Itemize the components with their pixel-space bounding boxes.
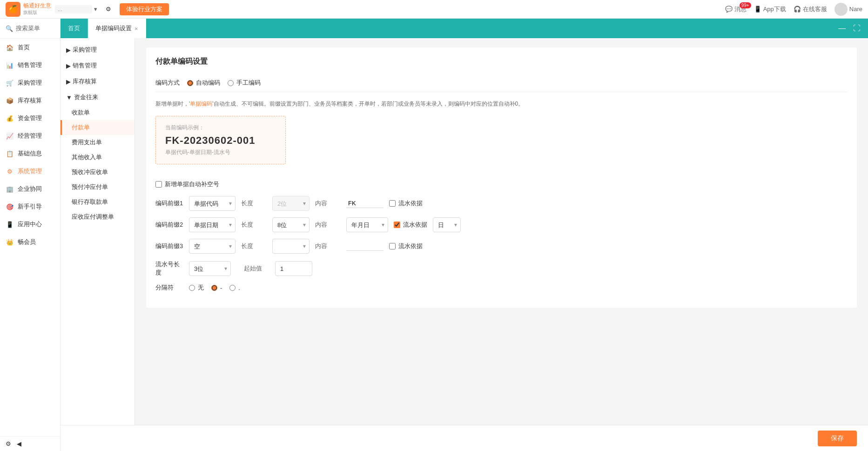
sidebar-item-guide[interactable]: 🎯 新手引导 xyxy=(0,198,60,215)
tab-bar: 首页 单据编码设置 × — ⛶ xyxy=(61,19,868,38)
left-sidebar: 🔍 搜索菜单 🏠 首页 📊 销售管理 🛒 采购管理 📦 库存核算 💰 xyxy=(0,19,61,451)
flow1-label: 流水依据 xyxy=(398,199,423,208)
prefix2-select[interactable]: 单据日期 xyxy=(189,217,236,232)
prefix2-select-wrapper: 单据日期 xyxy=(189,217,236,232)
top-right-actions: 💬 消息 99+ 📱 App下载 🎧 在线客服 Nare xyxy=(725,3,862,16)
tab-maximize-button[interactable]: ⛶ xyxy=(851,22,862,34)
separator-label: 分隔符 xyxy=(155,283,183,292)
trial-button[interactable]: 体验行业方案 xyxy=(120,3,169,15)
sep-dot-radio[interactable] xyxy=(229,285,236,291)
prefix3-select[interactable]: 空 xyxy=(189,239,236,254)
company-dropdown[interactable]: ... ▾ xyxy=(55,5,97,13)
prefix1-select[interactable]: 单据代码 xyxy=(189,196,236,211)
sidebar-item-label: 首页 xyxy=(18,43,30,52)
sidebar-nav: 🏠 首页 📊 销售管理 🛒 采购管理 📦 库存核算 💰 资金管理 📈 经 xyxy=(0,39,60,436)
sidebar-item-system[interactable]: ⚙ 系统管理 xyxy=(0,162,60,180)
guide-icon: 🎯 xyxy=(6,202,14,211)
flow2-unit-wrapper: 日 xyxy=(433,217,461,232)
sub-group-capital-header[interactable]: ▼ 资金往来 xyxy=(61,89,135,105)
sep-dash-option[interactable]: - xyxy=(211,284,222,291)
sub-item-expense[interactable]: 费用支出单 xyxy=(61,135,135,150)
sub-item-other-income[interactable]: 其他收入单 xyxy=(61,150,135,165)
main-content: 付款单编码设置 编码方式 自动编码 手工编码 xyxy=(135,38,868,425)
manual-encode-option[interactable]: 手工编码 xyxy=(228,79,261,87)
manual-encode-label: 手工编码 xyxy=(236,79,261,87)
sidebar-item-label: 企业协同 xyxy=(18,185,42,193)
sidebar-item-member[interactable]: 👑 畅会员 xyxy=(0,233,60,251)
sub-item-ar-ap-adjust[interactable]: 应收应付调整单 xyxy=(61,209,135,224)
flow2-unit-select[interactable]: 日 xyxy=(433,217,461,232)
sidebar-item-inventory[interactable]: 📦 库存核算 xyxy=(0,92,60,109)
logo-icon: 🍊 xyxy=(6,2,20,17)
sidebar-item-apps[interactable]: 📱 应用中心 xyxy=(0,215,60,233)
length1-select[interactable]: 2位 xyxy=(272,196,310,211)
sidebar-item-sales[interactable]: 📊 销售管理 xyxy=(0,56,60,74)
flow2-checkbox[interactable] xyxy=(394,222,400,228)
sidebar-item-home[interactable]: 🏠 首页 xyxy=(0,39,60,56)
service-icon: 🎧 xyxy=(794,6,801,13)
content2-select-wrapper: 年月日 xyxy=(346,217,388,232)
sidebar-item-label: 基础信息 xyxy=(18,149,42,158)
tab-home[interactable]: 首页 xyxy=(61,19,88,38)
search-menu-button[interactable]: 🔍 搜索菜单 xyxy=(4,22,56,34)
sub-group-sales-header[interactable]: ▶ 销售管理 xyxy=(61,58,135,74)
sep-dot-option[interactable]: . xyxy=(229,284,240,291)
sidebar-item-enterprise[interactable]: 🏢 企业协同 xyxy=(0,180,60,198)
sub-item-bank-deposit[interactable]: 银行存取款单 xyxy=(61,195,135,209)
sub-group-purchase-header[interactable]: ▶ 采购管理 xyxy=(61,42,135,58)
example-label: 当前编码示例： xyxy=(165,124,276,132)
flow1-checkbox[interactable] xyxy=(389,200,396,207)
auto-encode-option[interactable]: 自动编码 xyxy=(187,79,220,87)
sidebar-settings-icon[interactable]: ⚙ xyxy=(6,440,11,447)
settings-icon[interactable]: ⚙ xyxy=(101,2,116,17)
start-value-input[interactable] xyxy=(275,261,312,276)
sidebar-item-basic[interactable]: 📋 基础信息 xyxy=(0,145,60,162)
serial-length-select[interactable]: 3位 xyxy=(189,261,231,276)
purchase-icon: 🛒 xyxy=(6,79,14,87)
chevron-right-icon: ▶ xyxy=(66,78,71,85)
sep-none-radio[interactable] xyxy=(189,285,195,291)
tab-minimize-button[interactable]: — xyxy=(836,22,848,34)
flow1-check[interactable]: 流水依据 xyxy=(389,199,423,208)
sep-dash-radio[interactable] xyxy=(211,285,217,291)
sidebar-item-finance[interactable]: 💰 资金管理 xyxy=(0,109,60,127)
encoding-method-group: 编码方式 自动编码 手工编码 xyxy=(155,74,848,92)
sub-item-advance-offset[interactable]: 预付冲应付单 xyxy=(61,180,135,195)
sidebar-collapse-icon[interactable]: ◀ xyxy=(17,440,21,447)
message-icon: 💬 xyxy=(725,6,733,13)
sidebar-item-operations[interactable]: 📈 经营管理 xyxy=(0,127,60,145)
auto-fill-checkbox[interactable] xyxy=(155,181,162,188)
tab-encode-settings[interactable]: 单据编码设置 × xyxy=(88,19,146,38)
sidebar-item-label: 资金管理 xyxy=(18,114,42,122)
save-button[interactable]: 保存 xyxy=(818,431,857,446)
message-btn[interactable]: 💬 消息 99+ xyxy=(725,5,747,13)
user-menu[interactable]: Nare xyxy=(834,3,862,16)
sep-none-label: 无 xyxy=(198,283,204,292)
sub-item-prepay-offset[interactable]: 预收冲应收单 xyxy=(61,165,135,180)
content2-label: 内容 xyxy=(315,221,341,229)
flow3-checkbox[interactable] xyxy=(389,243,396,249)
flow2-check[interactable]: 流水依据 xyxy=(394,221,427,229)
length3-select[interactable] xyxy=(272,239,310,254)
sidebar-item-purchase[interactable]: 🛒 采购管理 xyxy=(0,74,60,92)
length2-select[interactable]: 8位 xyxy=(272,217,310,232)
flow3-check[interactable]: 流水依据 xyxy=(389,242,423,250)
app-download-btn[interactable]: 📱 App下载 xyxy=(754,5,786,13)
prefix1-select-wrapper: 单据代码 xyxy=(189,196,236,211)
manual-encode-radio[interactable] xyxy=(228,80,234,86)
sub-item-receipts[interactable]: 收款单 xyxy=(61,105,135,120)
sub-item-payments[interactable]: 付款单 xyxy=(61,120,135,135)
content1-input[interactable] xyxy=(346,199,384,208)
sep-none-option[interactable]: 无 xyxy=(189,283,204,292)
online-service-btn[interactable]: 🎧 在线客服 xyxy=(794,5,827,13)
sub-group-inventory-header[interactable]: ▶ 库存核算 xyxy=(61,74,135,89)
content2-select[interactable]: 年月日 xyxy=(346,217,388,232)
prefix3-select-wrapper: 空 xyxy=(189,239,236,254)
auto-encode-radio[interactable] xyxy=(187,80,193,86)
sep-dot-label: . xyxy=(238,284,240,291)
sidebar-item-label: 库存核算 xyxy=(18,96,42,105)
content3-input[interactable] xyxy=(346,242,384,251)
operations-icon: 📈 xyxy=(6,132,14,140)
sidebar-item-label: 应用中心 xyxy=(18,220,42,229)
tab-close-icon[interactable]: × xyxy=(135,25,138,32)
